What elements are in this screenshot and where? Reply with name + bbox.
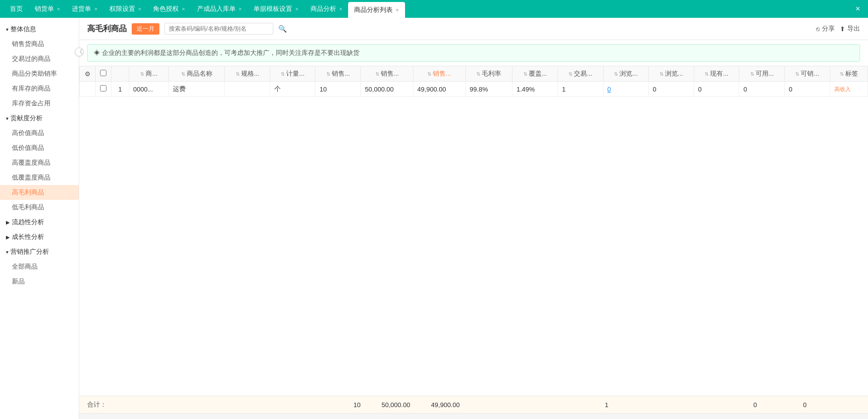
table-row: 1 0000... 运费 个 10 50,000.00 49,900.00 99… bbox=[80, 82, 868, 97]
chevron-right-icon: ▶ bbox=[6, 220, 10, 225]
export-button[interactable]: ⬆ 导出 bbox=[840, 24, 860, 33]
main-content: 高毛利商品 近一月 🔍 ⎋ 分享 ⬆ 导出 ◈ 企业的主要的利润都是这部分商品创… bbox=[79, 18, 868, 419]
footer-total-trade: 1 bbox=[563, 401, 613, 409]
col-header-stock-current[interactable]: 现有... bbox=[694, 66, 739, 82]
col-header-stock-avail[interactable]: 可用... bbox=[739, 66, 785, 82]
share-icon: ⎋ bbox=[816, 25, 820, 33]
col-header-settings[interactable]: ⚙ bbox=[80, 66, 96, 82]
col-header-coverage[interactable]: 覆盖... bbox=[512, 66, 558, 82]
sidebar-group-contribution[interactable]: ▾ 贡献度分析 bbox=[0, 111, 79, 126]
sidebar-item-all-goods[interactable]: 全部商品 bbox=[0, 259, 79, 274]
sidebar-item-category-sales-rate[interactable]: 商品分类助销率 bbox=[0, 66, 79, 81]
search-button[interactable]: 🔍 bbox=[278, 25, 287, 33]
col-header-browse1[interactable]: 浏览... bbox=[603, 66, 649, 82]
col-header-gross-margin[interactable]: 毛利率 bbox=[465, 66, 512, 82]
footer-total-sales-profit: 49,900.00 bbox=[414, 401, 463, 409]
col-header-stock-sale[interactable]: 可销... bbox=[785, 66, 830, 82]
footer-total-row: 合计： 10 50,000.00 49,900.00 1 0 0 bbox=[79, 396, 868, 413]
cell-sales-amt: 50,000.00 bbox=[361, 82, 413, 97]
close-icon[interactable]: × bbox=[295, 6, 298, 12]
footer-cell-tag bbox=[811, 401, 860, 409]
close-icon[interactable]: × bbox=[94, 6, 97, 12]
col-header-sales-profit[interactable]: 销售... bbox=[413, 66, 465, 82]
col-header-spec[interactable]: 规格... bbox=[225, 66, 270, 82]
row-checkbox[interactable] bbox=[100, 85, 106, 92]
share-button[interactable]: ⎋ 分享 bbox=[816, 24, 835, 33]
cell-tag: 高收入 bbox=[830, 82, 868, 97]
sidebar-item-high-coverage[interactable]: 高覆盖度商品 bbox=[0, 155, 79, 170]
cell-settings bbox=[80, 82, 96, 97]
footer-cell-coverage bbox=[513, 401, 563, 409]
cell-spec bbox=[225, 82, 270, 97]
sidebar-wrapper: ▾ 整体信息 销售货商品 交易过的商品 商品分类助销率 有库存的商品 库存资金占… bbox=[0, 18, 79, 419]
sidebar-item-low-margin[interactable]: 低毛利商品 bbox=[0, 200, 79, 215]
cell-code: 0000... bbox=[129, 82, 169, 97]
chevron-down-icon: ▾ bbox=[6, 249, 8, 255]
sidebar-item-stock-capital[interactable]: 库存资金占用 bbox=[0, 96, 79, 111]
cell-browse1[interactable]: 0 bbox=[603, 82, 649, 97]
close-icon[interactable]: × bbox=[339, 6, 342, 12]
sidebar-item-new-goods[interactable]: 新品 bbox=[0, 274, 79, 289]
export-icon: ⬆ bbox=[840, 25, 845, 33]
sidebar-collapse-button[interactable]: 《 bbox=[75, 47, 84, 56]
footer-cell-browse2 bbox=[662, 401, 712, 409]
sidebar-group-marketing[interactable]: ▾ 营销推广分析 bbox=[0, 244, 79, 259]
close-icon[interactable]: × bbox=[57, 6, 60, 12]
chevron-right-icon: ▶ bbox=[6, 234, 10, 240]
select-all-checkbox[interactable] bbox=[100, 70, 106, 76]
nav-tab-purchase[interactable]: 进货单 × bbox=[66, 0, 103, 18]
col-header-sales-amt[interactable]: 销售... bbox=[361, 66, 413, 82]
col-header-unit[interactable]: 计量... bbox=[270, 66, 315, 82]
cell-num: 1 bbox=[111, 82, 129, 97]
sidebar-item-high-value[interactable]: 高价值商品 bbox=[0, 126, 79, 140]
sidebar-item-low-coverage[interactable]: 低覆盖度商品 bbox=[0, 170, 79, 185]
close-icon[interactable]: × bbox=[182, 6, 185, 12]
data-table: ⚙ 商... 商品名称 规格... 计量... 销售... 销售... 销售..… bbox=[79, 66, 868, 97]
close-icon[interactable]: × bbox=[239, 6, 242, 12]
search-input[interactable] bbox=[164, 23, 273, 35]
cell-checkbox[interactable] bbox=[96, 82, 111, 97]
col-header-name[interactable]: 商品名称 bbox=[169, 66, 225, 82]
nav-tab-permission[interactable]: 权限设置 × bbox=[103, 0, 147, 18]
nav-tab-product-inbound[interactable]: 产成品入库单 × bbox=[191, 0, 248, 18]
nav-tab-role[interactable]: 角色授权 × bbox=[147, 0, 191, 18]
footer-total-stock-avail: 0 bbox=[761, 401, 811, 409]
filter-period-button[interactable]: 近一月 bbox=[132, 23, 159, 35]
sidebar-group-overall[interactable]: ▾ 整体信息 bbox=[0, 22, 79, 37]
col-header-sales-qty[interactable]: 销售... bbox=[315, 66, 361, 82]
horizontal-scrollbar[interactable] bbox=[79, 413, 868, 419]
cell-browse2: 0 bbox=[649, 82, 694, 97]
sidebar-item-traded-goods[interactable]: 交易过的商品 bbox=[0, 51, 79, 66]
col-header-trade[interactable]: 交易... bbox=[558, 66, 603, 82]
nav-tab-sales[interactable]: 销货单 × bbox=[29, 0, 66, 18]
sidebar-item-sales-goods[interactable]: 销售货商品 bbox=[0, 37, 79, 51]
col-header-browse2[interactable]: 浏览... bbox=[649, 66, 694, 82]
col-header-code[interactable]: 商... bbox=[129, 66, 169, 82]
close-icon[interactable]: × bbox=[138, 6, 141, 12]
sidebar: ▾ 整体信息 销售货商品 交易过的商品 商品分类助销率 有库存的商品 库存资金占… bbox=[0, 18, 79, 419]
nav-tab-analysis[interactable]: 商品分析 × bbox=[305, 0, 348, 18]
sidebar-item-in-stock-goods[interactable]: 有库存的商品 bbox=[0, 81, 79, 96]
footer-cells: 10 50,000.00 49,900.00 1 0 0 bbox=[117, 401, 860, 409]
nav-tab-home[interactable]: 首页 bbox=[4, 0, 29, 18]
close-icon[interactable]: × bbox=[396, 7, 399, 13]
cell-name: 运费 bbox=[169, 82, 225, 97]
sidebar-group-trend[interactable]: ▶ 流趋性分析 bbox=[0, 215, 79, 230]
footer-total-stock-current: 0 bbox=[712, 401, 761, 409]
info-banner: ◈ 企业的主要的利润都是这部分商品创造的，可考虑加大推广，同时关注库存是不要出现… bbox=[87, 44, 860, 62]
cell-stock-current: 0 bbox=[694, 82, 739, 97]
nav-tab-analysis-list[interactable]: 商品分析列表 × bbox=[348, 2, 405, 18]
window-close-button[interactable]: × bbox=[852, 4, 864, 13]
cell-stock-sale: 0 bbox=[785, 82, 830, 97]
cell-coverage: 1.49% bbox=[512, 82, 558, 97]
sidebar-item-low-value[interactable]: 低价值商品 bbox=[0, 140, 79, 155]
cell-sales-qty: 10 bbox=[315, 82, 361, 97]
sidebar-item-high-margin[interactable]: 高毛利商品 bbox=[0, 185, 79, 200]
col-header-checkbox[interactable] bbox=[96, 66, 111, 82]
col-header-tag[interactable]: 标签 bbox=[830, 66, 868, 82]
nav-tab-template[interactable]: 单据模板设置 × bbox=[248, 0, 304, 18]
footer-cell-empty2 bbox=[166, 401, 216, 409]
col-header-num bbox=[111, 66, 129, 82]
sidebar-group-growth[interactable]: ▶ 成长性分析 bbox=[0, 230, 79, 244]
footer-total-sales-qty: 10 bbox=[315, 401, 364, 409]
